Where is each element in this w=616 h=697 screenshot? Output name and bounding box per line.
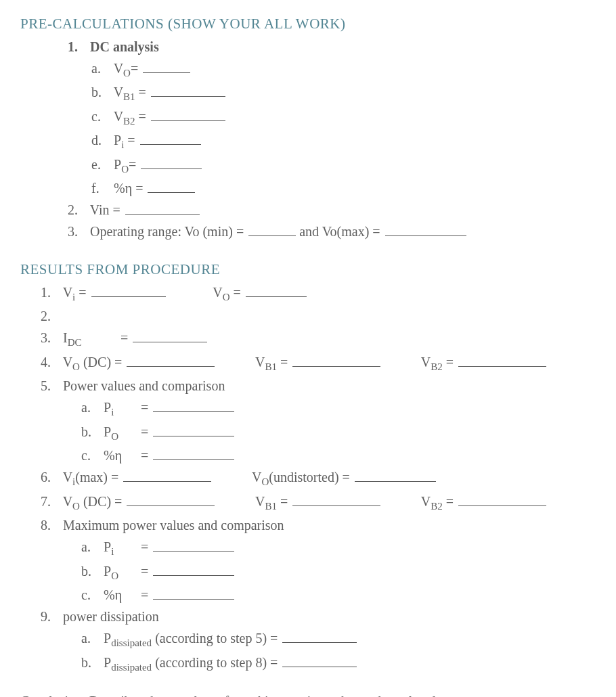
blank-input[interactable]: [91, 284, 166, 297]
r7: 7. VO (DC) = VB1 = VB2 =: [41, 491, 596, 514]
blank-input[interactable]: [153, 424, 234, 436]
r2: 2.: [41, 306, 596, 326]
item-1c: c. VB2 =: [91, 106, 596, 129]
blank-input[interactable]: [282, 630, 357, 643]
item-1b: b. VB1 =: [91, 82, 596, 105]
blank-input[interactable]: [248, 223, 296, 236]
r5b: b. PO =: [81, 422, 596, 445]
precalc-list: 1. DC analysis a. VO= b. VB1 = c. VB2 = …: [20, 37, 596, 242]
r8b: b. PO =: [81, 561, 596, 584]
blank-input[interactable]: [458, 354, 546, 367]
blank-input[interactable]: [151, 84, 225, 97]
blank-input[interactable]: [355, 469, 436, 482]
item-1d: d. Pi =: [91, 130, 596, 153]
r6: 6. Vi(max) = VO(undistorted) =: [41, 467, 596, 490]
blank-input[interactable]: [127, 493, 215, 506]
blank-input[interactable]: [292, 493, 380, 506]
r4: 4. VO (DC) = VB1 = VB2 =: [41, 352, 596, 375]
blank-input[interactable]: [125, 202, 200, 215]
r9a: a. Pdissipated (according to step 5) =: [81, 628, 596, 651]
r8: 8. Maximum power values and comparison: [41, 515, 596, 535]
blank-input[interactable]: [148, 180, 195, 193]
r5-sublist: a. Pi = b. PO = c. %η =: [41, 397, 596, 466]
r9: 9. power dissipation: [41, 606, 596, 627]
r5a: a. Pi =: [81, 397, 596, 420]
blank-input[interactable]: [141, 156, 202, 169]
blank-input[interactable]: [153, 447, 234, 460]
r1: 1. Vi = VO =: [41, 282, 596, 305]
item-1f: f. %η =: [91, 178, 596, 198]
blank-input[interactable]: [153, 539, 234, 552]
blank-input[interactable]: [143, 60, 190, 73]
r5c: c. %η =: [81, 445, 596, 466]
blank-input[interactable]: [151, 108, 225, 121]
r5: 5. Power values and comparison: [41, 376, 596, 396]
blank-input[interactable]: [458, 493, 546, 506]
item-3: 3. Operating range: Vo (min) = and Vo(ma…: [68, 221, 596, 242]
r8c: c. %η =: [81, 585, 596, 605]
conclusion-text: Conclusion: Describe what you learn from…: [20, 691, 596, 697]
blank-input[interactable]: [246, 284, 307, 297]
r9-sublist: a. Pdissipated (according to step 5) = b…: [41, 628, 596, 675]
blank-input[interactable]: [127, 354, 215, 367]
blank-input[interactable]: [140, 132, 201, 145]
blank-input[interactable]: [385, 223, 466, 236]
blank-input[interactable]: [153, 563, 234, 576]
item-1-sublist: a. VO= b. VB1 = c. VB2 = d. Pi = e. PO= …: [68, 58, 596, 199]
item-2: 2. Vin =: [68, 200, 596, 220]
item-1e: e. PO=: [91, 154, 596, 177]
blank-input[interactable]: [292, 354, 380, 367]
blank-input[interactable]: [123, 469, 211, 482]
item-1-num: 1.: [68, 37, 87, 57]
item-1: 1. DC analysis: [68, 37, 596, 57]
item-1-label: DC analysis: [90, 39, 159, 54]
blank-input[interactable]: [153, 399, 234, 412]
results-list: 1. Vi = VO = 2. 3. IDC = 4. VO (DC) = VB…: [20, 282, 596, 675]
r3: 3. IDC =: [41, 328, 596, 351]
r8-sublist: a. Pi = b. PO = c. %η =: [41, 537, 596, 605]
blank-input[interactable]: [282, 654, 357, 667]
r9b: b. Pdissipated (according to step 8) =: [81, 652, 596, 675]
blank-input[interactable]: [133, 330, 207, 342]
precalc-heading: PRE-CALCULATIONS (SHOW YOUR ALL WORK): [20, 14, 596, 35]
r8a: a. Pi =: [81, 537, 596, 560]
results-heading: RESULTS FROM PROCEDURE: [20, 259, 596, 281]
item-1a: a. VO=: [91, 58, 596, 81]
blank-input[interactable]: [153, 587, 234, 600]
